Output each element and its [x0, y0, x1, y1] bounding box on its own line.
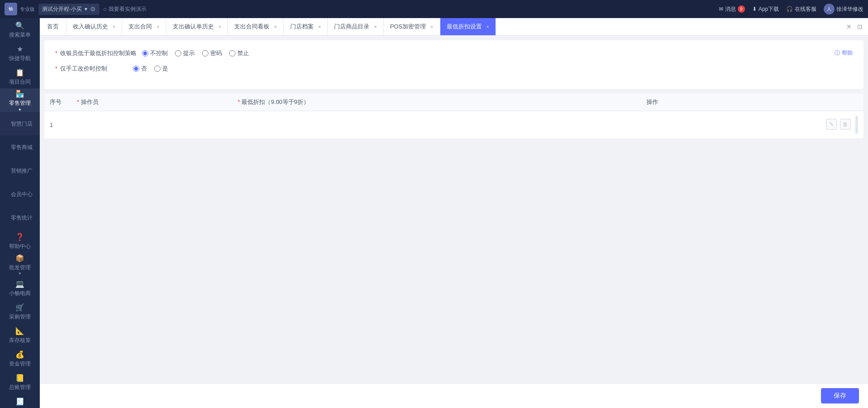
logo-area: 畅 专业版 [5, 3, 35, 15]
tab-pos-lock[interactable]: POS加密管理 × [384, 18, 440, 35]
discount-strategy-options: 不控制 提示 密码 [142, 49, 249, 57]
sidebar-item-invoice[interactable]: 🧾 发票管理 [0, 394, 40, 408]
option-forbid[interactable]: 禁止 [229, 49, 249, 57]
top-header: 畅 专业版 测试分开程-小买 ▾ ⚙ ○ 我要看实例演示 ✉ 消息 9 ⬇ Ap… [0, 0, 868, 18]
logo-abbr: 畅 [9, 6, 13, 12]
star-icon: ★ [17, 45, 23, 53]
demo-link[interactable]: ○ 我要看实例演示 [103, 5, 146, 13]
tab-close-icon[interactable]: × [430, 24, 433, 29]
radio-no[interactable] [133, 66, 139, 72]
header-left: 畅 专业版 测试分开程-小买 ▾ ⚙ ○ 我要看实例演示 [5, 3, 146, 15]
option-no[interactable]: 否 [133, 65, 147, 73]
maximize-icon[interactable]: ⊡ [855, 21, 864, 32]
cell-min-discount [232, 111, 641, 139]
tab-income-confirm[interactable]: 收入确认历史 × [66, 18, 122, 35]
sidebar-item-ledger[interactable]: 📒 总账管理 [0, 370, 40, 394]
ledger-icon: 📒 [15, 374, 24, 382]
close-tab-icon[interactable]: ✕ [844, 21, 854, 32]
help-icon: ❓ [15, 233, 24, 241]
tab-close-icon[interactable]: × [486, 24, 489, 29]
sidebar-item-label: 会员中心 [11, 191, 33, 198]
sidebar-item-finance[interactable]: 💰 资金管理 [0, 347, 40, 370]
app-logo: 畅 [5, 3, 17, 15]
page-content: * 收银员低于最低折扣控制策略 不控制 提示 [40, 36, 868, 408]
tab-payment-confirm[interactable]: 支出确认单历史 × [166, 18, 228, 35]
sidebar-item-retail-stats[interactable]: 零售统计 [0, 206, 40, 230]
manual-control-row: * 仅手工改价时控制 否 是 [55, 65, 249, 73]
tab-close-icon[interactable]: × [374, 24, 377, 29]
tab-label: 收入确认历史 [73, 23, 108, 31]
col-header-min-discount: * 最低折扣（9.00等于9折） [232, 94, 641, 111]
online-service-action[interactable]: 🎧 在线客服 [786, 5, 816, 13]
row-delete-button[interactable]: 🗑 [840, 119, 851, 130]
sidebar-item-wholesale[interactable]: 📦 批发管理 ▼ [0, 253, 40, 277]
sidebar-item-smart-store[interactable]: 智慧门店 [0, 112, 40, 136]
finance-icon: 💰 [15, 350, 24, 359]
sidebar-item-label: 快捷导航 [9, 55, 31, 62]
wholesale-icon: 📦 [15, 254, 24, 263]
option-password[interactable]: 密码 [202, 49, 222, 57]
settings-icon[interactable]: ⚙ [90, 5, 96, 13]
app-download-action[interactable]: ⬇ App下载 [752, 5, 779, 13]
tab-min-discount[interactable]: 最低折扣设置 × [440, 18, 496, 35]
sidebar-item-ecommerce[interactable]: 💻 小畅电商 [0, 277, 40, 300]
tab-label: POS加密管理 [390, 23, 426, 31]
sidebar-item-retail[interactable]: 🏪 零售管理 ▲ [0, 89, 40, 112]
option-remind[interactable]: 提示 [175, 49, 195, 57]
sidebar-item-project[interactable]: 📋 项目合同 [0, 65, 40, 89]
message-action[interactable]: ✉ 消息 9 [719, 5, 745, 13]
option-no-control[interactable]: 不控制 [142, 49, 168, 57]
invoice-icon: 🧾 [15, 397, 24, 406]
tab-home[interactable]: 首页 [40, 18, 66, 35]
sidebar-item-label: 零售统计 [11, 214, 33, 222]
drag-handle[interactable] [855, 116, 858, 134]
manual-control-label: * 仅手工改价时控制 [55, 65, 127, 73]
sidebar-item-label: 小畅电商 [9, 290, 31, 297]
tab-close-icon[interactable]: × [113, 24, 115, 29]
sidebar-item-shortcuts[interactable]: ★ 快捷导航 [0, 42, 40, 65]
sidebar-item-purchase[interactable]: 🛒 采购管理 [0, 300, 40, 324]
radio-password[interactable] [202, 50, 208, 56]
sidebar-item-inventory[interactable]: 📐 库存核算 [0, 324, 40, 347]
radio-remind[interactable] [175, 50, 181, 56]
sidebar-item-marketing[interactable]: 营销推广 [0, 159, 40, 183]
sidebar-item-label: 总账管理 [9, 384, 31, 391]
tab-close-icon[interactable]: × [274, 24, 277, 29]
retail-icon: 🏪 [15, 89, 24, 98]
col-header-actions: 操作 [641, 94, 863, 111]
table-header-row: 序号 * 操作员 * 最低折扣（9.00等于9折） 操作 [44, 94, 863, 111]
tab-close-icon[interactable]: × [318, 24, 321, 29]
radio-forbid[interactable] [229, 50, 236, 56]
user-action[interactable]: 人 徐泽华修改 [824, 4, 863, 14]
tabs-end-actions: ✕ ⊡ [841, 21, 868, 32]
project-name: 测试分开程-小买 [42, 5, 82, 13]
radio-yes[interactable] [154, 66, 160, 72]
save-button[interactable]: 保存 [821, 388, 859, 403]
required-star: * [77, 98, 79, 105]
radio-no-control[interactable] [142, 50, 148, 56]
cell-seq: 1 [44, 111, 71, 139]
sidebar-item-label: 资金管理 [9, 360, 31, 368]
tab-store-file[interactable]: 门店档案 × [284, 18, 328, 35]
content-area: 首页 收入确认历史 × 支出合同 × 支出确认单历史 × 支出合同看板 × 门店… [40, 18, 868, 408]
sidebar-item-label: 采购管理 [9, 313, 31, 321]
sidebar-item-label: 零售管理 [9, 99, 31, 107]
required-star: * [55, 50, 57, 56]
tab-payment-board[interactable]: 支出合同看板 × [228, 18, 283, 35]
discount-strategy-row: * 收银员低于最低折扣控制策略 不控制 提示 [55, 49, 249, 57]
tab-close-icon[interactable]: × [218, 24, 221, 29]
sidebar-item-search[interactable]: 🔍 搜索菜单 [0, 18, 40, 42]
tab-store-goods[interactable]: 门店商品目录 × [328, 18, 383, 35]
sidebar-item-member[interactable]: 会员中心 [0, 183, 40, 206]
sidebar-item-help[interactable]: ❓ 帮助中心 [0, 230, 40, 253]
tab-label: 支出确认单历史 [173, 23, 214, 31]
option-yes[interactable]: 是 [154, 65, 168, 73]
cell-actions: ✎ 🗑 [641, 111, 863, 139]
project-selector[interactable]: 测试分开程-小买 ▾ ⚙ [38, 4, 99, 15]
help-link[interactable]: ⓘ 帮助 [835, 49, 853, 57]
tab-payment-contract[interactable]: 支出合同 × [122, 18, 166, 35]
row-edit-button[interactable]: ✎ [826, 119, 837, 130]
sidebar-item-label: 营销推广 [11, 167, 33, 175]
tab-close-icon[interactable]: × [156, 24, 159, 29]
sidebar-item-retail-mall[interactable]: 零售商城 [0, 136, 40, 159]
